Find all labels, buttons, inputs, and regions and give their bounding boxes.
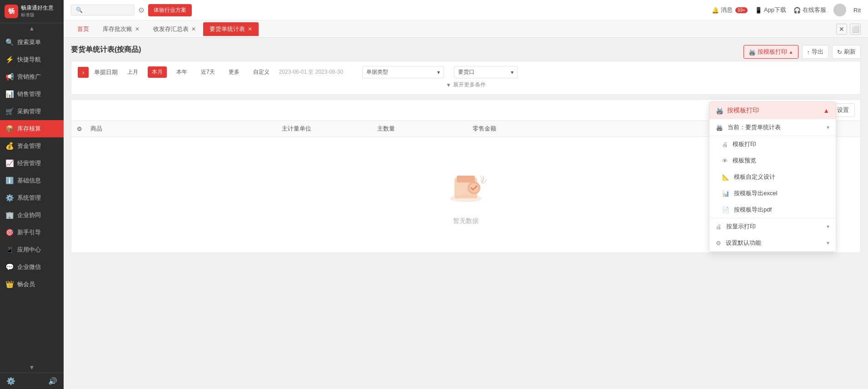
empty-text: 暂无数据 (453, 217, 479, 225)
export-excel-icon: 📊 (722, 190, 729, 197)
nav-menu: 🔍 搜索菜单 ⚡ 快捷导航 📢 营销推广 📊 销售管理 🛒 采购管理 📦 库存核… (0, 34, 64, 362)
print-chevron-icon: ▲ (789, 50, 793, 55)
sound-icon[interactable]: 🔊 (48, 377, 57, 385)
sidebar-item-finance[interactable]: 💰 资金管理 (0, 137, 64, 155)
refresh-btn[interactable]: ↻ 刷新 (832, 45, 861, 59)
date-btn-this-month[interactable]: 本月 (148, 66, 167, 78)
dropdown-item-template-custom[interactable]: 📐 模板自定义设计 (709, 169, 836, 185)
scroll-up-btn[interactable]: ▲ (0, 23, 64, 34)
topbar-right: 🔔 消息 99+ 📱 App下载 🎧 在线客服 Rit (712, 4, 861, 16)
right-toolbar: 🖨️ 按模板打印 ▲ ↑ 导出 ↻ 刷新 (743, 45, 861, 59)
type-filter-label: 单据类型 (366, 68, 388, 76)
tab-collection-summary[interactable]: 收发存汇总表 ✕ (147, 22, 202, 36)
dropdown-default-func[interactable]: ⚙ 设置默认功能 ▾ (709, 235, 836, 251)
sidebar-item-purchase[interactable]: 🛒 采购管理 (0, 103, 64, 120)
date-btn-custom[interactable]: 自定义 (249, 66, 274, 78)
tabbar-expand-icon[interactable]: ⬜ (850, 24, 861, 35)
finance-icon: 💰 (5, 142, 14, 150)
dropdown-item-template-preview[interactable]: 👁 模板预览 (709, 152, 836, 169)
logo-icon: 畅 (5, 5, 18, 18)
print-btn[interactable]: 🖨️ 按模板打印 ▲ (743, 45, 798, 59)
nav-label-marketing: 营销推广 (17, 73, 41, 81)
sidebar-item-basic-info[interactable]: ℹ️ 基础信息 (0, 172, 64, 189)
username: Rit (853, 7, 861, 14)
logo-sub: 标准版 (21, 12, 54, 18)
default-func-label: 设置默认功能 (726, 239, 761, 247)
topbar-search-box[interactable]: 🔍 (71, 5, 135, 15)
dropdown-current-arrow: ▾ (827, 124, 829, 131)
export-btn[interactable]: ↑ 导出 (802, 45, 829, 59)
tab-order-stats[interactable]: 要货单统计表 ✕ (203, 22, 259, 36)
topbar-left: 🔍 ⚙ 体验行业方案 (71, 4, 712, 16)
date-btn-more[interactable]: 更多 (224, 66, 244, 78)
dropdown-current-section: 🖨️ 当前：要货单统计表 ▾ (709, 119, 836, 136)
date-btn-this-year[interactable]: 本年 (172, 66, 191, 78)
template-custom-label: 模板自定义设计 (734, 173, 775, 181)
sidebar-item-enterprise[interactable]: 🏢 企业协同 (0, 207, 64, 224)
dropdown-header[interactable]: 🖨️ 按模板打印 ▲ (709, 102, 836, 119)
tab-order-close[interactable]: ✕ (248, 26, 252, 32)
dropdown-collapse-icon[interactable]: ▲ (823, 107, 829, 114)
scroll-down-btn[interactable]: ▼ (0, 362, 64, 373)
topbar: 🔍 ⚙ 体验行业方案 🔔 消息 99+ 📱 App下载 🎧 在线客服 Rit (64, 0, 868, 20)
date-btn-last-month[interactable]: 上月 (123, 66, 142, 78)
tab-collection-label: 收发存汇总表 (153, 25, 189, 33)
trial-btn[interactable]: 体验行业方案 (148, 4, 192, 16)
app-download-btn[interactable]: 📱 App下载 (755, 6, 786, 14)
dropdown-display-print[interactable]: 🖨 按显示打印 ▾ (709, 218, 836, 235)
tab-home[interactable]: 首页 (71, 22, 95, 36)
sidebar-item-quick-nav[interactable]: ⚡ 快捷导航 (0, 51, 64, 68)
export-excel-label: 按模板导出excel (734, 189, 777, 197)
sidebar-item-operations[interactable]: 📈 经营管理 (0, 155, 64, 172)
dropdown-current-item[interactable]: 🖨️ 当前：要货单统计表 ▾ (709, 119, 836, 136)
expand-more-btn[interactable]: ▼ 展开更多条件 (446, 81, 486, 89)
filter-row-1: › 单据日期 上月 本月 本年 近7天 更多 自定义 2023-06-01 至 … (78, 66, 854, 78)
sidebar-item-system[interactable]: ⚙️ 系统管理 (0, 189, 64, 207)
th-unit: 主计量单位 (282, 125, 377, 133)
nav-label-enterprise: 企业协同 (17, 211, 41, 219)
settings-bottom-icon[interactable]: ⚙️ (6, 377, 15, 385)
page-title: 要货单统计表(按商品) (71, 45, 861, 55)
sidebar-item-member[interactable]: 👑 畅会员 (0, 276, 64, 293)
tab-collection-close[interactable]: ✕ (191, 26, 196, 32)
avatar[interactable] (833, 4, 846, 16)
sidebar-item-inventory[interactable]: 📦 库存核算 (0, 120, 64, 137)
th-settings[interactable]: ⚙ (77, 126, 90, 132)
dropdown-item-export-pdf[interactable]: 📄 按模板导出pdf (709, 202, 836, 218)
nav-label-purchase: 采购管理 (17, 107, 41, 116)
dropdown-item-template-print[interactable]: 🖨 模板打印 (709, 136, 836, 152)
default-func-icon: ⚙ (716, 240, 721, 247)
content-area: 要货单统计表(按商品) 🖨️ 按模板打印 ▲ ↑ 导出 ↻ 刷新 › 单据日期 … (64, 38, 868, 389)
sidebar-item-appstore[interactable]: 📱 应用中心 (0, 241, 64, 258)
dropdown-print-icon: 🖨️ (716, 107, 723, 114)
sidebar-item-search[interactable]: 🔍 搜索菜单 (0, 34, 64, 51)
dropdown-menu: 🖨️ 按模板打印 ▲ 🖨️ 当前：要货单统计表 ▾ 🖨 模板打印 (709, 101, 836, 252)
sidebar-item-marketing[interactable]: 📢 营销推广 (0, 68, 64, 86)
empty-icon (443, 164, 489, 210)
topbar-gear-icon[interactable]: ⚙ (138, 6, 145, 15)
refresh-label: 刷新 (844, 48, 856, 56)
sidebar-item-sales[interactable]: 📊 销售管理 (0, 86, 64, 103)
filter-expand-btn[interactable]: › (78, 67, 89, 78)
tabbar-close-icon[interactable]: ✕ (836, 24, 847, 35)
system-icon: ⚙️ (5, 194, 14, 202)
member-icon: 👑 (5, 280, 14, 288)
filter-more-row: ▼ 展开更多条件 (78, 78, 854, 90)
type-filter-select[interactable]: 单据类型 ▾ (362, 66, 444, 78)
template-preview-label: 模板预览 (733, 157, 756, 165)
tab-batch-label: 库存批次账 (103, 25, 132, 33)
online-service-btn[interactable]: 🎧 在线客服 (793, 6, 826, 14)
sidebar-item-wecom[interactable]: 💬 企业微信 (0, 258, 64, 276)
nav-label-inventory: 库存核算 (17, 125, 41, 133)
date-btn-7days[interactable]: 近7天 (197, 66, 219, 78)
tab-batch-close[interactable]: ✕ (135, 26, 140, 32)
tab-batch-account[interactable]: 库存批次账 ✕ (96, 22, 146, 36)
yaohuotype-filter[interactable]: 要货口 ▾ (454, 66, 518, 78)
nav-label-guide: 新手引导 (17, 228, 41, 237)
sidebar-item-guide[interactable]: 🎯 新手引导 (0, 224, 64, 241)
guide-icon: 🎯 (5, 228, 14, 237)
dropdown-item-export-excel[interactable]: 📊 按模板导出excel (709, 185, 836, 202)
notification-btn[interactable]: 🔔 消息 99+ (712, 6, 748, 14)
yaohuotype-chevron: ▾ (511, 69, 514, 76)
expand-chevron-icon: ▼ (446, 82, 451, 88)
